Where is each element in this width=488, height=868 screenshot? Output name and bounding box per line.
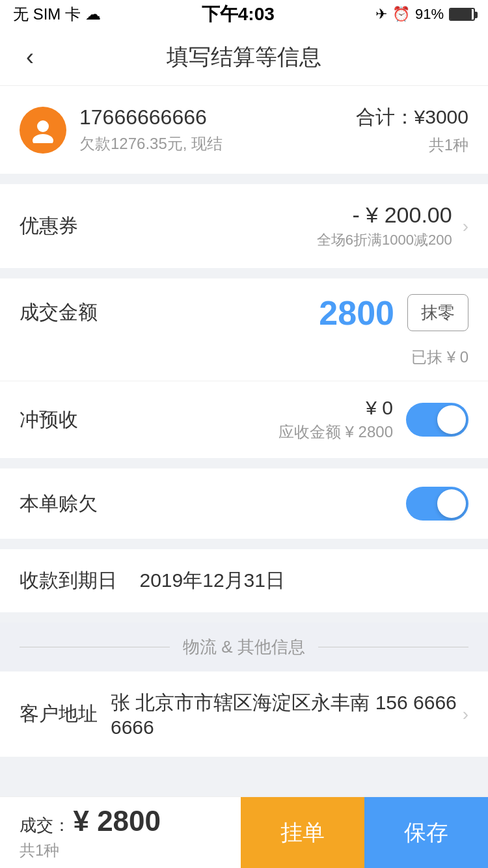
svg-point-1 — [33, 134, 53, 143]
address-chevron-icon: › — [463, 704, 468, 725]
coupon-amount: - ¥ 200.00 — [317, 202, 452, 228]
duedate-value: 2019年12月31日 — [139, 569, 284, 591]
duedate-label: 收款到期日 — [20, 569, 117, 591]
logistics-label: 物流 & 其他信息 — [170, 636, 318, 658]
yamo-text: 已抹 ¥ 0 — [0, 347, 488, 381]
customer-phone: 17666666666 — [79, 105, 223, 129]
bottom-deal-amount: ¥ 2800 — [73, 805, 161, 837]
svg-point-0 — [37, 120, 49, 132]
page-title: 填写结算等信息 — [167, 42, 321, 72]
customer-info: 17666666666 欠款1276.35元, 现结 — [79, 105, 223, 154]
chevron-right-icon: › — [463, 216, 468, 237]
battery-percent: 91% — [415, 6, 444, 23]
prepay-values: ¥ 0 应收金额 ¥ 2800 — [278, 397, 393, 442]
deal-amount-label: 成交金额 — [20, 299, 98, 326]
prepay-label: 冲预收 — [20, 407, 78, 433]
status-bar: 无 SIM 卡 ☁ 下午4:03 ✈ ⏰ 91% — [0, 0, 488, 29]
save-button[interactable]: 保存 — [364, 797, 488, 869]
address-value: 张 北京市市辖区海淀区永丰南 156 6666 6666 — [111, 690, 463, 739]
hang-button[interactable]: 挂单 — [241, 797, 364, 869]
back-button[interactable]: ‹ — [20, 37, 40, 77]
coupon-info: - ¥ 200.00 全场6折满1000减200 — [317, 202, 452, 250]
divider-line-left — [20, 647, 170, 647]
location-icon: ✈ — [375, 6, 387, 23]
prepay-toggle[interactable] — [406, 403, 468, 437]
product-count: 共1种 — [356, 135, 468, 156]
clock-icon: ⏰ — [392, 6, 410, 23]
bottom-bar: 成交： ¥ 2800 共1种 挂单 保存 — [0, 796, 488, 868]
coupon-section: 优惠券 - ¥ 200.00 全场6折满1000减200 › — [0, 184, 488, 268]
address-label: 客户地址 — [20, 701, 98, 727]
bottom-deal-label: 成交： — [20, 815, 70, 835]
duedate-section: 收款到期日 2019年12月31日 — [0, 549, 488, 612]
avatar — [20, 107, 66, 154]
coupon-row[interactable]: 优惠券 - ¥ 200.00 全场6折满1000减200 › — [0, 184, 488, 268]
deal-amount-right: 2800 抹零 — [319, 294, 468, 331]
prepay-row: 冲预收 ¥ 0 应收金额 ¥ 2800 — [0, 381, 488, 458]
bottom-deal-line: 成交： ¥ 2800 — [20, 805, 221, 837]
address-section[interactable]: 客户地址 张 北京市市辖区海淀区永丰南 156 6666 6666 › — [0, 671, 488, 757]
no-sim-text: 无 SIM 卡 ☁ — [13, 4, 101, 25]
debt-toggle[interactable] — [406, 487, 468, 521]
debt-label: 本单赊欠 — [20, 491, 98, 517]
bottom-left: 成交： ¥ 2800 共1种 — [0, 805, 241, 861]
coupon-label: 优惠券 — [20, 213, 78, 239]
status-left: 无 SIM 卡 ☁ — [13, 4, 101, 25]
round-zero-button[interactable]: 抹零 — [407, 294, 468, 331]
debt-toggle-thumb — [437, 489, 466, 518]
deal-amount-section: 成交金额 2800 抹零 已抹 ¥ 0 冲预收 ¥ 0 应收金额 ¥ 2800 — [0, 278, 488, 458]
coupon-desc: 全场6折满1000减200 — [317, 230, 452, 250]
deal-amount-row: 成交金额 2800 抹零 — [0, 278, 488, 347]
bottom-count: 共1种 — [20, 840, 221, 861]
deal-amount-value: 2800 — [319, 296, 394, 330]
customer-right: 合计：¥3000 共1种 — [356, 104, 468, 156]
battery-icon — [449, 8, 475, 21]
status-right: ✈ ⏰ 91% — [375, 6, 475, 23]
logistics-divider: 物流 & 其他信息 — [0, 623, 488, 671]
content: 17666666666 欠款1276.35元, 现结 合计：¥3000 共1种 … — [0, 86, 488, 868]
divider-line-right — [318, 647, 468, 647]
total-amount: 合计：¥3000 — [356, 104, 468, 131]
header: ‹ 填写结算等信息 — [0, 29, 488, 86]
toggle-thumb — [437, 405, 466, 434]
prepay-sub: 应收金额 ¥ 2800 — [278, 422, 393, 442]
coupon-right: - ¥ 200.00 全场6折满1000减200 › — [317, 202, 468, 250]
customer-debt: 欠款1276.35元, 现结 — [79, 133, 223, 154]
customer-card: 17666666666 欠款1276.35元, 现结 合计：¥3000 共1种 — [0, 86, 488, 174]
debt-section: 本单赊欠 — [0, 468, 488, 539]
prepay-right: ¥ 0 应收金额 ¥ 2800 — [278, 397, 468, 442]
customer-left: 17666666666 欠款1276.35元, 现结 — [20, 105, 223, 154]
status-time: 下午4:03 — [202, 2, 275, 27]
prepay-amount: ¥ 0 — [278, 397, 393, 419]
